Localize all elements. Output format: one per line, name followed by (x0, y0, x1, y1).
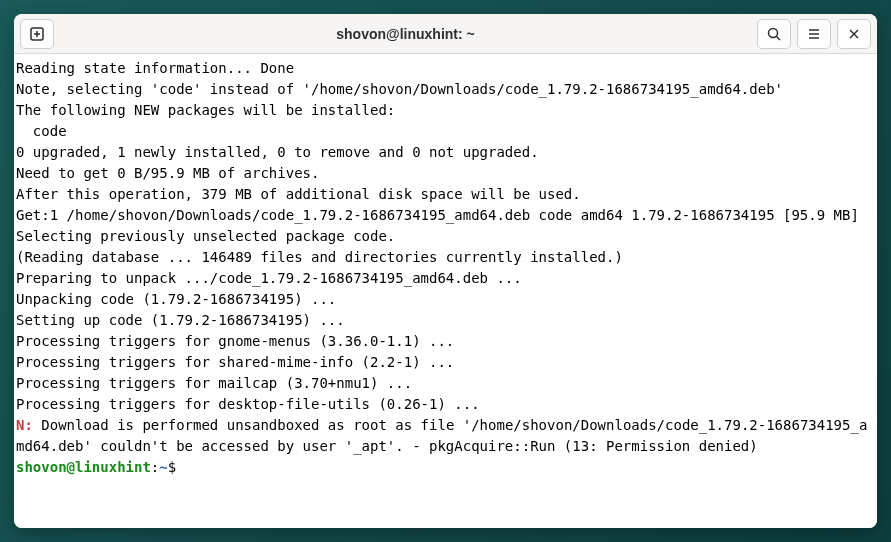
terminal-window: shovon@linuxhint: ~ (14, 14, 877, 528)
menu-button[interactable] (797, 19, 831, 49)
search-icon (766, 26, 782, 42)
new-tab-button[interactable] (20, 19, 54, 49)
prompt-symbol: $ (168, 459, 185, 475)
search-button[interactable] (757, 19, 791, 49)
warning-prefix: N: (16, 417, 41, 433)
prompt-user-host: shovon@linuxhint (16, 459, 151, 475)
svg-point-3 (769, 28, 778, 37)
warning-text: Download is performed unsandboxed as roo… (16, 417, 867, 454)
plus-box-icon (29, 26, 45, 42)
titlebar: shovon@linuxhint: ~ (14, 14, 877, 54)
titlebar-controls (757, 19, 871, 49)
terminal-lines: Reading state information... Done Note, … (16, 60, 859, 412)
terminal-output[interactable]: Reading state information... Done Note, … (14, 54, 877, 528)
hamburger-icon (806, 26, 822, 42)
close-icon (846, 26, 862, 42)
prompt-path: ~ (159, 459, 167, 475)
window-title: shovon@linuxhint: ~ (60, 26, 751, 42)
svg-line-4 (777, 36, 781, 40)
close-button[interactable] (837, 19, 871, 49)
